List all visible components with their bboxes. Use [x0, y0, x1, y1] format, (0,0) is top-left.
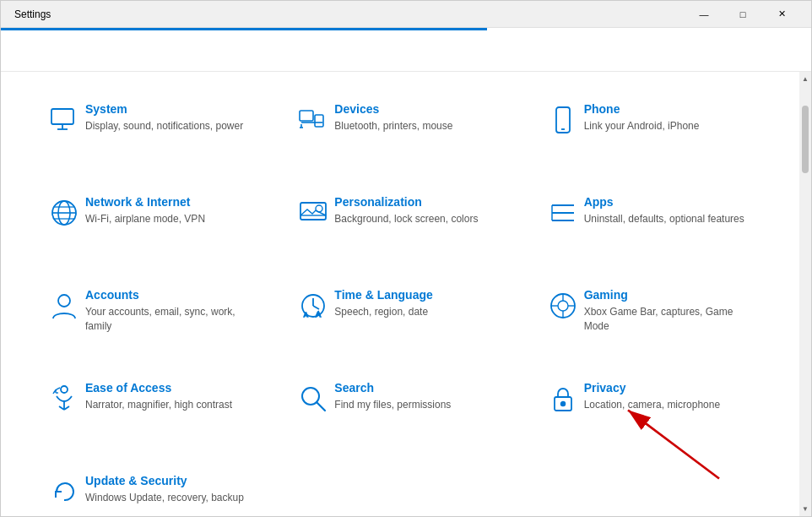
personalization-desc: Background, lock screen, colors — [334, 212, 507, 226]
apps-name: Apps — [584, 195, 757, 209]
settings-window: Settings — □ ✕ — [0, 0, 812, 517]
gaming-name: Gaming — [584, 288, 757, 302]
update-icon — [43, 476, 85, 508]
gaming-icon — [542, 290, 584, 322]
system-text: System Display, sound, notifications, po… — [85, 102, 258, 133]
settings-item-search[interactable]: Search Find my files, permissions — [284, 367, 516, 452]
svg-line-42 — [317, 402, 325, 411]
personalization-icon — [292, 197, 334, 229]
privacy-icon — [542, 383, 584, 415]
close-button[interactable]: ✕ — [762, 1, 801, 28]
settings-item-time[interactable]: A A Time & Language Speech, region, date — [284, 275, 516, 359]
window-title: Settings — [14, 8, 51, 20]
settings-item-privacy[interactable]: Privacy Location, camera, microphone — [533, 367, 766, 452]
scrollbar-thumb[interactable] — [802, 106, 809, 173]
svg-line-26 — [313, 306, 319, 309]
svg-rect-0 — [51, 109, 73, 124]
settings-item-devices[interactable]: Devices Bluetooth, printers, mouse — [284, 89, 516, 173]
svg-point-44 — [560, 402, 565, 406]
ease-desc: Narrator, magnifier, high contrast — [85, 398, 258, 412]
svg-rect-4 — [315, 115, 323, 127]
apps-desc: Uninstall, defaults, optional features — [584, 212, 757, 226]
search-name: Search — [334, 381, 507, 395]
privacy-name: Privacy — [584, 381, 757, 395]
phone-desc: Link your Android, iPhone — [584, 119, 757, 133]
settings-item-personalization[interactable]: Personalization Background, lock screen,… — [284, 182, 516, 266]
settings-item-apps[interactable]: Apps Uninstall, defaults, optional featu… — [533, 182, 766, 266]
phone-text: Phone Link your Android, iPhone — [584, 102, 757, 133]
time-icon: A A — [292, 290, 334, 322]
network-desc: Wi-Fi, airplane mode, VPN — [85, 212, 258, 226]
settings-item-update[interactable]: Update & Security Windows Update, recove… — [35, 460, 267, 516]
system-icon — [43, 104, 85, 136]
accounts-desc: Your accounts, email, sync, work, family — [85, 305, 258, 334]
ease-text: Ease of Access Narrator, magnifier, high… — [85, 381, 258, 412]
settings-item-system[interactable]: System Display, sound, notifications, po… — [35, 89, 267, 173]
network-name: Network & Internet — [85, 195, 258, 209]
phone-icon — [542, 104, 584, 136]
title-bar: Settings — □ ✕ — [1, 1, 811, 28]
svg-rect-3 — [300, 111, 313, 121]
devices-name: Devices — [334, 102, 507, 116]
minimize-button[interactable]: — — [685, 1, 723, 28]
devices-desc: Bluetooth, printers, mouse — [334, 119, 507, 133]
search-bar-area — [1, 28, 811, 72]
search-icon — [292, 383, 334, 415]
network-icon — [43, 197, 85, 229]
svg-line-38 — [64, 406, 69, 410]
personalization-text: Personalization Background, lock screen,… — [334, 195, 507, 226]
accounts-icon — [43, 290, 85, 322]
content-area: System Display, sound, notifications, po… — [1, 72, 811, 516]
settings-item-phone[interactable]: Phone Link your Android, iPhone — [533, 89, 766, 173]
personalization-name: Personalization — [334, 195, 507, 209]
network-text: Network & Internet Wi-Fi, airplane mode,… — [85, 195, 258, 226]
scrollbar[interactable]: ▲ ▼ — [799, 72, 811, 516]
phone-name: Phone — [584, 102, 757, 116]
devices-text: Devices Bluetooth, printers, mouse — [334, 102, 507, 133]
settings-item-ease[interactable]: Ease of Access Narrator, magnifier, high… — [35, 367, 267, 452]
system-desc: Display, sound, notifications, power — [85, 119, 258, 133]
apps-icon — [542, 197, 584, 229]
time-text: Time & Language Speech, region, date — [334, 288, 507, 319]
apps-text: Apps Uninstall, defaults, optional featu… — [584, 195, 757, 226]
gaming-text: Gaming Xbox Game Bar, captures, Game Mod… — [584, 288, 757, 334]
gaming-desc: Xbox Game Bar, captures, Game Mode — [584, 305, 757, 334]
search-text: Search Find my files, permissions — [334, 381, 507, 412]
devices-icon — [292, 104, 334, 136]
accounts-name: Accounts — [85, 288, 258, 302]
time-name: Time & Language — [334, 288, 507, 302]
settings-grid: System Display, sound, notifications, po… — [35, 89, 766, 516]
main-content: System Display, sound, notifications, po… — [1, 72, 799, 516]
svg-text:A: A — [304, 312, 308, 318]
scroll-up-button[interactable]: ▲ — [799, 72, 811, 86]
ease-icon — [43, 383, 85, 415]
privacy-text: Privacy Location, camera, microphone — [584, 381, 757, 412]
ease-name: Ease of Access — [85, 381, 258, 395]
svg-point-30 — [558, 301, 568, 311]
privacy-desc: Location, camera, microphone — [584, 398, 757, 412]
time-desc: Speech, region, date — [334, 305, 507, 319]
search-desc: Find my files, permissions — [334, 398, 507, 412]
svg-text:A: A — [316, 310, 321, 318]
settings-item-network[interactable]: Network & Internet Wi-Fi, airplane mode,… — [35, 182, 267, 266]
maximize-button[interactable]: □ — [723, 1, 762, 28]
settings-item-accounts[interactable]: Accounts Your accounts, email, sync, wor… — [35, 275, 267, 359]
update-desc: Windows Update, recovery, backup — [85, 491, 258, 505]
svg-point-35 — [61, 386, 68, 393]
svg-point-23 — [58, 295, 70, 307]
update-text: Update & Security Windows Update, recove… — [85, 474, 258, 505]
system-name: System — [85, 102, 258, 116]
update-name: Update & Security — [85, 474, 258, 487]
accounts-text: Accounts Your accounts, email, sync, wor… — [85, 288, 258, 334]
settings-item-gaming[interactable]: Gaming Xbox Game Bar, captures, Game Mod… — [533, 275, 766, 359]
progress-bar — [1, 28, 487, 30]
window-controls: — □ ✕ — [685, 1, 801, 28]
scroll-down-button[interactable]: ▼ — [799, 502, 811, 516]
svg-line-37 — [59, 406, 64, 410]
